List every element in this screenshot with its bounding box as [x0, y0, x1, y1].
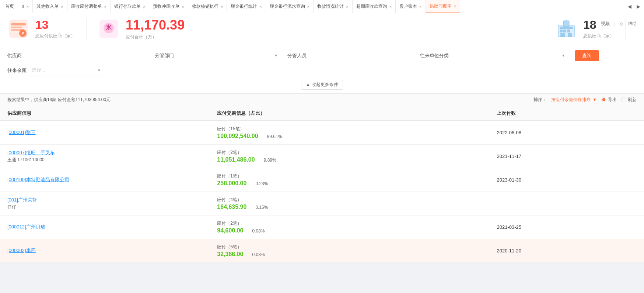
svg-rect-11: [560, 30, 563, 32]
tab-3-label: 3: [22, 4, 24, 9]
tab-receipt-verify-close[interactable]: ×: [221, 4, 223, 9]
tx-amount-2[interactable]: 258,000.00: [217, 180, 246, 187]
supplier-link-4[interactable]: [000012]广州贝瑞: [7, 224, 217, 230]
supplier-cell-3: [001]广州荣轩 仔仔: [7, 197, 217, 210]
th-supplier-info: 供应商信息: [7, 110, 217, 117]
tab-customer-ledger[interactable]: 客户账本 ×: [396, 0, 426, 13]
stat-payable-suppliers-text: 13 总应付供应商（家）: [35, 18, 75, 39]
filter-dept: 分管部门 ▼: [155, 50, 280, 61]
supplier-link-0[interactable]: [000001]张三: [7, 129, 217, 136]
transaction-cell-4: 应付（2笔） 94,600.00 0.08%: [217, 220, 497, 234]
transaction-cell-1: 应付（2笔） 11,051,486.00 9.89%: [217, 149, 497, 163]
sort-area: 排序： 按应付余额倒序排序 ▼ 导出 刷新: [533, 97, 637, 103]
export-button[interactable]: 导出: [601, 97, 617, 103]
tab-bank-deposit[interactable]: 银行存取款单 ×: [111, 0, 149, 13]
collapse-button[interactable]: ▲ 收起更多条件: [301, 80, 343, 90]
filter-supplier: 供应商 ···: [7, 50, 147, 61]
export-label: 导出: [608, 97, 617, 103]
lastpay-cell-5: 2020-11-20: [497, 248, 637, 254]
balance-filter-select[interactable]: 选择... ▼: [29, 65, 103, 76]
supplier-link-5[interactable]: [000002]李四: [7, 247, 217, 254]
supplier-cell-2: [000100]本特勤油品有限公司: [7, 176, 217, 183]
tab-cash-bank-stat[interactable]: 现金银行统计 ×: [227, 0, 266, 13]
tab-home[interactable]: 首页: [1, 0, 18, 13]
tx-label-3: 应付（4笔）: [217, 197, 497, 203]
transaction-cell-5: 应付（5笔） 32,366.00 0.03%: [217, 244, 497, 258]
person-filter-dots[interactable]: ···: [409, 53, 413, 58]
tx-amount-1[interactable]: 11,051,486.00: [217, 156, 255, 163]
payable-suppliers-icon: ¥: [7, 18, 29, 40]
supplier-link-3[interactable]: [001]广州荣轩: [7, 197, 217, 203]
tab-other-income[interactable]: 其他收入单 ×: [33, 0, 67, 13]
tab-ar-ap-adjust-close[interactable]: ×: [104, 4, 106, 9]
refresh-button[interactable]: 刷新: [621, 97, 637, 103]
help-label-link[interactable]: 帮助: [628, 21, 637, 27]
stat-help: ⊙ 视频 | ⊙ 帮助: [593, 21, 637, 27]
dept-filter-label: 分管部门: [155, 52, 174, 59]
tx-amount-5[interactable]: 32,366.00: [217, 251, 243, 258]
table-row: [000007]恒旺二手叉车 王通 17106110000 应付（2笔） 11,…: [0, 145, 644, 168]
tab-receipt-verify[interactable]: 收款核销执行 ×: [188, 0, 227, 13]
tx-amount-0[interactable]: 100,092,540.00: [217, 133, 258, 139]
tab-prepay-clear-close[interactable]: ×: [182, 4, 184, 9]
tab-bank-deposit-label: 银行存取款单: [114, 3, 141, 10]
tx-amount-4[interactable]: 94,600.00: [217, 227, 243, 234]
tab-overdue-ar-label: 超期应收款查询: [356, 3, 387, 10]
svg-rect-10: [560, 27, 573, 29]
result-bar: 搜索结果中，供应商13家 应付金额111,703,854.00元 排序： 按应付…: [0, 94, 644, 106]
supplier-link-2[interactable]: [000100]本特勤油品有限公司: [7, 176, 217, 183]
tx-row-3: 164,635.90 0.15%: [217, 204, 497, 210]
supplier-filter-input[interactable]: [25, 50, 139, 61]
tab-home-label: 首页: [5, 3, 14, 10]
table-row: [000002]李四 应付（5笔） 32,366.00 0.03% 2020-1…: [0, 239, 644, 263]
svg-rect-14: [560, 33, 565, 37]
tab-receipt-stat-close[interactable]: ×: [346, 4, 348, 9]
tab-bank-deposit-close[interactable]: ×: [143, 4, 145, 9]
table-area: 供应商信息 应付交易信息（占比） 上次付数 [000001]张三 应付（15笔）…: [0, 106, 644, 263]
supplier-filter-dots[interactable]: ···: [144, 53, 147, 58]
tab-overdue-ar-close[interactable]: ×: [389, 4, 392, 9]
tab-prepay-clear[interactable]: 预收冲应收单 ×: [149, 0, 188, 13]
nav-right-btn[interactable]: ▶: [634, 0, 643, 13]
tab-3[interactable]: 3 ×: [18, 0, 33, 13]
table-row: [001]广州荣轩 仔仔 应付（4笔） 164,635.90 0.15%: [0, 192, 644, 216]
tx-label-1: 应付（2笔）: [217, 149, 497, 156]
filter-row-1: 供应商 ··· 分管部门 ▼ 分管人员 ··· 往来单位分类 ▼: [7, 50, 637, 61]
query-button[interactable]: 查询: [575, 50, 599, 61]
supplier-cell-4: [000012]广州贝瑞: [7, 224, 217, 230]
tab-other-income-close[interactable]: ×: [61, 4, 63, 9]
lastpay-cell-2: 2023-01-30: [497, 177, 637, 183]
transaction-cell-3: 应付（4笔） 164,635.90 0.15%: [217, 197, 497, 210]
refresh-label: 刷新: [628, 97, 637, 103]
person-filter-input[interactable]: [309, 50, 405, 61]
tab-supplier-ledger-close[interactable]: ×: [454, 4, 456, 8]
table-row: [000012]广州贝瑞 应付（2笔） 94,600.00 0.08% 2021…: [0, 216, 644, 239]
category-filter-select[interactable]: ▼: [452, 50, 567, 61]
tab-receipt-stat[interactable]: 收款情况统计 ×: [314, 0, 352, 13]
help-video-link[interactable]: 视频: [601, 21, 610, 27]
supplier-link-1[interactable]: [000007]恒旺二手叉车: [7, 149, 217, 156]
supplier-cell-0: [000001]张三: [7, 129, 217, 136]
sort-select[interactable]: 按应付余额倒序排序 ▼: [551, 97, 597, 103]
total-suppliers-icon: [555, 18, 577, 40]
tab-supplier-ledger[interactable]: 供应商账本 ×: [426, 0, 460, 13]
tab-customer-ledger-label: 客户账本: [399, 3, 417, 10]
tab-ar-ap-adjust[interactable]: 应收应付调整单 ×: [67, 0, 111, 13]
tab-cash-bank-flow[interactable]: 现金银行流水查询 ×: [266, 0, 314, 13]
tx-row-1: 11,051,486.00 9.89%: [217, 156, 497, 163]
tab-receipt-verify-label: 收款核销执行: [192, 3, 218, 10]
tab-3-close[interactable]: ×: [27, 4, 29, 9]
tab-customer-ledger-close[interactable]: ×: [419, 4, 421, 9]
nav-left-btn[interactable]: ◀: [625, 0, 634, 13]
dept-chevron-icon: ▼: [274, 54, 278, 58]
dept-filter-select[interactable]: ▼: [177, 50, 280, 61]
tx-label-4: 应付（2笔）: [217, 220, 497, 227]
tab-cash-bank-stat-close[interactable]: ×: [259, 4, 262, 9]
tab-other-income-label: 其他收入单: [36, 3, 59, 10]
tab-overdue-ar[interactable]: 超期应收款查询 ×: [353, 0, 396, 13]
tx-label-2: 应付（1笔）: [217, 173, 497, 179]
tab-receipt-stat-label: 收款情况统计: [317, 3, 344, 10]
tab-cash-bank-flow-close[interactable]: ×: [307, 4, 309, 9]
lastpay-cell-0: 2022-08-08: [497, 130, 637, 135]
tx-amount-3[interactable]: 164,635.90: [217, 204, 246, 210]
